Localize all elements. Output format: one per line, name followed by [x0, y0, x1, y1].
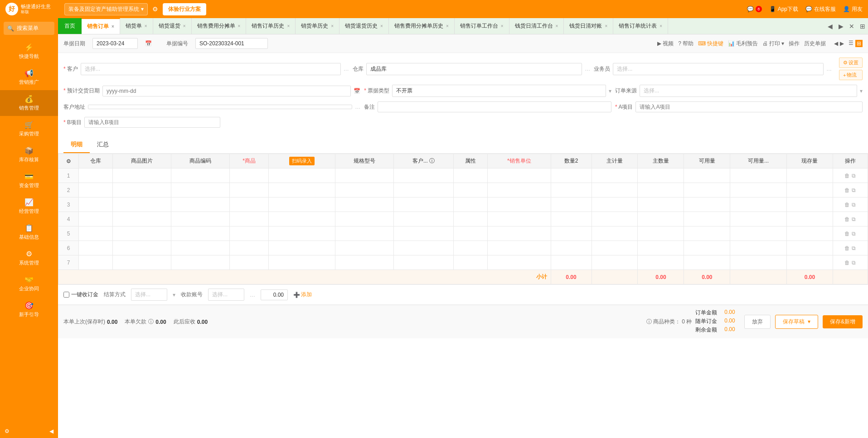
row7-image[interactable] [113, 255, 171, 270]
sidebar-item-finance[interactable]: 💳 资金管理 [0, 168, 58, 193]
sidebar-collapse-icon[interactable]: ◀ [49, 428, 53, 434]
help-btn[interactable]: ? 帮助 [678, 40, 693, 48]
row6-image[interactable] [113, 241, 171, 255]
row5-avail-qty2[interactable] [730, 226, 787, 241]
row7-product[interactable] [230, 255, 268, 270]
row4-avail-qty[interactable] [684, 212, 730, 226]
tab-sales-return[interactable]: 销货退货 × [153, 18, 192, 34]
row4-product[interactable] [230, 212, 268, 226]
tab-fee-split-history[interactable]: 销售费用分摊单历史 × [389, 18, 455, 34]
tab-nav-right[interactable]: ▶ [835, 18, 846, 34]
row1-warehouse[interactable] [79, 168, 113, 183]
row3-main-qty[interactable] [638, 197, 684, 212]
row4-avail-qty2[interactable] [730, 212, 787, 226]
customer-address-input[interactable] [88, 105, 352, 109]
row5-unit[interactable] [487, 226, 551, 241]
row2-qty2[interactable] [551, 183, 592, 197]
sidebar-item-marketing[interactable]: 📢 营销推广 [0, 64, 58, 90]
row4-qty2[interactable] [551, 212, 592, 226]
row2-action[interactable]: 🗑⧉ [833, 183, 868, 197]
row5-product[interactable] [230, 226, 268, 241]
account-input[interactable]: 选择... [208, 289, 244, 301]
row1-stock[interactable] [786, 168, 833, 183]
sidebar-item-basic-info[interactable]: 📋 基础信息 [0, 219, 58, 245]
row6-avail-qty[interactable] [684, 241, 730, 255]
date-input[interactable]: 2023-03-24 [92, 38, 138, 49]
save-new-button[interactable]: 保存&新增 [823, 315, 863, 328]
row3-action[interactable]: 🗑⧉ [833, 197, 868, 212]
row4-stock[interactable] [786, 212, 833, 226]
row5-main-qty[interactable] [638, 226, 684, 241]
close-tab-invoice-history[interactable]: × [331, 24, 334, 29]
ticket-type-input[interactable]: 不开票 [392, 85, 606, 97]
tab-summary[interactable]: 汇总 [90, 137, 116, 153]
row7-spec[interactable] [335, 255, 393, 270]
row7-delete-icon[interactable]: 🗑 [844, 260, 850, 266]
row4-copy-icon[interactable]: ⧉ [852, 216, 856, 222]
tab-return-history[interactable]: 销货退货历史 × [339, 18, 389, 34]
row1-main-qty[interactable] [638, 168, 684, 183]
row7-qty2[interactable] [551, 255, 592, 270]
sidebar-item-system[interactable]: ⚙ 系统管理 [0, 245, 58, 271]
row5-customer-code[interactable] [393, 226, 453, 241]
tab-daily-clear-reconcile[interactable]: 钱货日清对账 × [564, 18, 613, 34]
row4-main-qty[interactable] [638, 212, 684, 226]
row6-warehouse[interactable] [79, 241, 113, 255]
row1-avail-qty2[interactable] [730, 168, 787, 183]
delivery-calendar-icon[interactable]: 📅 [354, 88, 360, 94]
row3-stock[interactable] [786, 197, 833, 212]
operate-btn[interactable]: 操作 [789, 40, 800, 48]
sidebar-item-sales[interactable]: 💰 销售管理 [0, 90, 58, 116]
row6-main-unit[interactable] [592, 241, 638, 255]
row1-main-unit[interactable] [592, 168, 638, 183]
row6-avail-qty2[interactable] [730, 241, 787, 255]
row1-delete-icon[interactable]: 🗑 [844, 173, 850, 179]
row2-delete-icon[interactable]: 🗑 [844, 187, 850, 193]
row4-spec[interactable] [335, 212, 393, 226]
row3-warehouse[interactable] [79, 197, 113, 212]
close-tab-daily-clear-reconcile[interactable]: × [605, 24, 607, 29]
tab-invoice-history[interactable]: 销货单历史 × [296, 18, 339, 34]
row1-attr[interactable] [454, 168, 488, 183]
account-expand-icon[interactable]: … [250, 292, 255, 298]
payment-method-input[interactable]: 选择... [131, 289, 167, 301]
settings-icon[interactable]: ⚙ [152, 5, 158, 13]
row7-stock[interactable] [786, 255, 833, 270]
sidebar-item-operations[interactable]: 📈 经营管理 [0, 193, 58, 219]
add-payment-btn[interactable]: ➕ 添加 [293, 291, 312, 298]
list-view-icon[interactable]: ☰ [849, 40, 853, 47]
row4-customer-code[interactable] [393, 212, 453, 226]
row7-main-qty[interactable] [638, 255, 684, 270]
warehouse-expand-icon[interactable]: … [585, 66, 590, 72]
add-goods-btn[interactable]: +物流 [839, 70, 863, 80]
row5-code[interactable] [171, 226, 230, 241]
user-menu[interactable]: 👤 用友 [843, 5, 863, 13]
tab-nav-left[interactable]: ◀ [824, 18, 835, 34]
row4-action[interactable]: 🗑⧉ [833, 212, 868, 226]
row5-copy-icon[interactable]: ⧉ [852, 231, 856, 237]
shortcut-btn[interactable]: ⌨ 快捷键 [698, 40, 723, 48]
address-expand-icon[interactable]: … [355, 104, 360, 110]
row2-attr[interactable] [454, 183, 488, 197]
row1-unit[interactable] [487, 168, 551, 183]
tab-home[interactable]: 首页 [58, 18, 82, 34]
row4-main-unit[interactable] [592, 212, 638, 226]
close-tab-sales-invoice[interactable]: × [145, 24, 147, 29]
tab-sales-workbench[interactable]: 销售订单工作台 × [455, 18, 509, 34]
search-menu-item[interactable]: 🔍 搜索菜单 [4, 22, 54, 35]
row3-avail-qty[interactable] [684, 197, 730, 212]
row2-avail-qty[interactable] [684, 183, 730, 197]
one-click-deposit-checkbox[interactable] [63, 292, 69, 298]
row2-avail-qty2[interactable] [730, 183, 787, 197]
save-draft-button[interactable]: 保存草稿 ▾ [775, 315, 818, 329]
discard-button[interactable]: 放弃 [744, 315, 771, 329]
row5-avail-qty[interactable] [684, 226, 730, 241]
close-tab-sales-stats[interactable]: × [659, 24, 662, 29]
grid-view-icon[interactable]: ⊞ [855, 40, 863, 47]
salesperson-expand-icon[interactable]: … [826, 66, 832, 72]
row4-delete-icon[interactable]: 🗑 [844, 216, 850, 222]
close-tab-daily-clear-workbench[interactable]: × [556, 24, 558, 29]
row6-attr[interactable] [454, 241, 488, 255]
row3-scan[interactable] [268, 197, 335, 212]
sidebar-settings-icon[interactable]: ⚙ [5, 428, 10, 434]
